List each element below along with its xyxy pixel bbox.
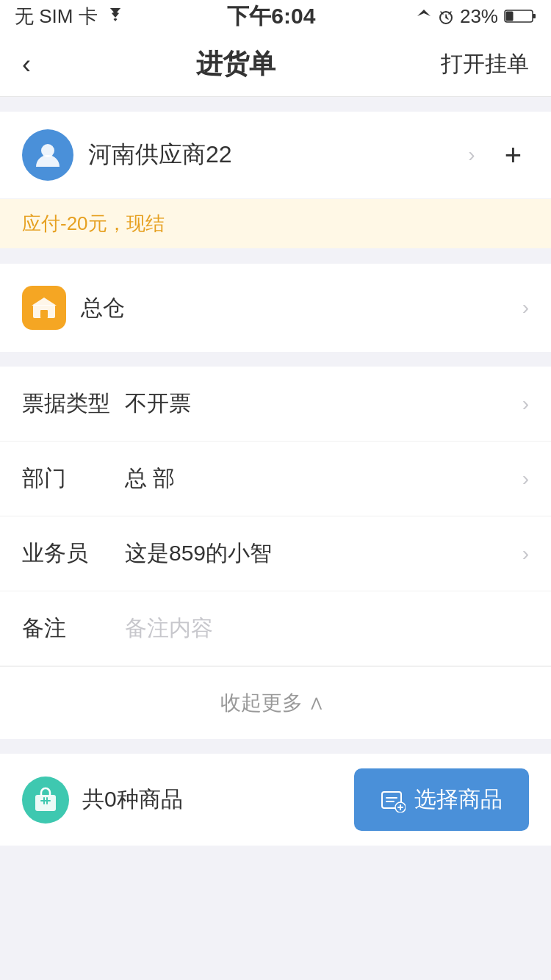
product-count-text: 共0种商品: [82, 785, 183, 815]
status-right: 23%: [416, 5, 536, 28]
supplier-row[interactable]: 河南供应商22 › +: [0, 112, 551, 199]
supplier-name: 河南供应商22: [88, 139, 468, 171]
divider-1: [0, 249, 551, 264]
salesperson-value: 这是859的小智: [125, 538, 522, 569]
department-row[interactable]: 部门 总 部 ›: [0, 442, 551, 516]
battery-text: 23%: [460, 5, 498, 28]
time-text: 下午6:04: [227, 1, 315, 32]
remark-label: 备注: [22, 613, 125, 644]
svg-rect-7: [35, 795, 56, 811]
bottom-section: 共0种商品 选择商品: [0, 754, 551, 846]
form-card: 票据类型 不开票 › 部门 总 部 › 业务员 这是859的小智 › 备注 备注…: [0, 367, 551, 739]
invoice-chevron-icon: ›: [522, 392, 529, 416]
invoice-type-row[interactable]: 票据类型 不开票 ›: [0, 367, 551, 442]
department-label: 部门: [22, 464, 125, 494]
supplier-card: 河南供应商22 › + 应付-20元，现结: [0, 112, 551, 249]
salesperson-row[interactable]: 业务员 这是859的小智 ›: [0, 516, 551, 591]
select-product-icon: [381, 788, 406, 813]
invoice-type-value: 不开票: [125, 389, 522, 419]
product-icon-wrap: [22, 777, 69, 824]
empty-area: [0, 846, 551, 980]
invoice-type-label: 票据类型: [22, 389, 125, 419]
carrier-text: 无 SIM 卡: [15, 4, 98, 29]
warehouse-label: 总仓: [81, 293, 522, 323]
supplier-avatar: [22, 129, 73, 181]
warehouse-icon: [31, 295, 57, 321]
top-spacer: [0, 97, 551, 112]
svg-rect-6: [40, 310, 48, 318]
product-count-wrap: 共0种商品: [22, 777, 183, 824]
department-value: 总 部: [125, 464, 522, 494]
add-supplier-button[interactable]: +: [497, 139, 529, 172]
department-chevron-icon: ›: [522, 467, 529, 491]
remark-row[interactable]: 备注 备注内容: [0, 591, 551, 666]
salesperson-chevron-icon: ›: [522, 542, 529, 566]
svg-rect-2: [533, 14, 536, 18]
back-button[interactable]: ‹: [22, 49, 31, 80]
open-pending-button[interactable]: 打开挂单: [441, 49, 529, 79]
svg-rect-3: [505, 12, 513, 21]
warehouse-card: 总仓 ›: [0, 264, 551, 352]
person-icon: [33, 140, 62, 170]
alarm-icon: [438, 8, 454, 24]
status-bar: 无 SIM 卡 下午6:04 23%: [0, 0, 551, 32]
notice-bar: 应付-20元，现结: [0, 199, 551, 249]
divider-2: [0, 352, 551, 367]
nav-bar: ‹ 进货单 打开挂单: [0, 32, 551, 97]
product-bag-icon: [32, 786, 60, 814]
battery-icon: [504, 8, 536, 24]
salesperson-label: 业务员: [22, 538, 125, 569]
page-title: 进货单: [196, 46, 276, 82]
wifi-icon: [104, 8, 127, 24]
warehouse-row[interactable]: 总仓 ›: [0, 264, 551, 352]
collapse-row[interactable]: 收起更多 ∧: [0, 666, 551, 739]
collapse-label: 收起更多 ∧: [220, 689, 325, 717]
notice-text: 应付-20元，现结: [22, 212, 165, 234]
warehouse-chevron-icon: ›: [522, 296, 529, 320]
supplier-chevron-icon: ›: [468, 143, 475, 167]
warehouse-icon-wrap: [22, 286, 66, 330]
location-icon: [416, 8, 432, 24]
select-product-label: 选择商品: [414, 785, 503, 815]
remark-value[interactable]: 备注内容: [125, 613, 529, 644]
status-left: 无 SIM 卡: [15, 4, 127, 29]
select-product-button[interactable]: 选择商品: [354, 768, 529, 831]
